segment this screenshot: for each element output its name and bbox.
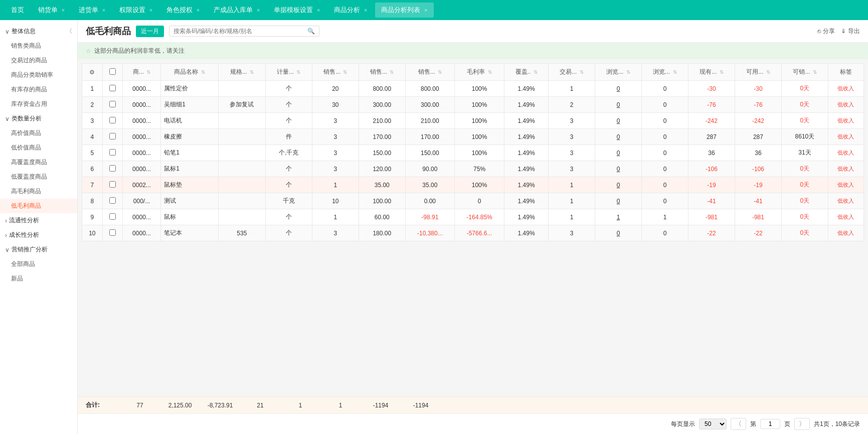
page-input[interactable] [760,419,780,429]
row-saleable: 0天 [781,97,828,113]
prev-page-button[interactable]: 〈 [731,418,746,430]
search-icon[interactable]: 🔍 [307,28,315,35]
close-icon[interactable]: × [197,7,200,13]
sidebar-item-new-products[interactable]: 新品 [0,271,77,286]
period-button[interactable]: 近一月 [136,26,164,37]
close-icon[interactable]: × [364,7,367,13]
col-saleable[interactable]: 可销... ⇅ [781,64,828,81]
col-checkbox[interactable] [102,64,122,81]
row-views1[interactable]: 0 [595,193,642,209]
col-unit[interactable]: 计量... ⇅ [265,64,312,81]
row-views1[interactable]: 0 [595,81,642,97]
col-sales-amount[interactable]: 销售... ⇅ [359,64,405,81]
col-available[interactable]: 可用... ⇅ [735,64,781,81]
sidebar-group-circulation[interactable]: › 流通性分析 [0,213,77,228]
sidebar-item-high-value[interactable]: 高价值商品 [0,126,77,140]
col-tag[interactable]: 标签 [828,64,863,81]
nav-home[interactable]: 首页 [5,3,30,18]
sidebar-item-high-coverage[interactable]: 高覆盖度商品 [0,155,77,170]
col-transactions[interactable]: 交易... ⇅ [549,64,595,81]
close-icon[interactable]: × [149,7,152,13]
row-views1[interactable]: 1 [595,209,642,225]
sidebar-item-low-coverage[interactable]: 低覆盖度商品 [0,170,77,184]
col-views1[interactable]: 浏览... ⇅ [595,64,642,81]
sidebar-item-category-rate[interactable]: 商品分类助销率 [0,68,77,82]
sidebar-item-traded-products[interactable]: 交易过的商品 [0,53,77,68]
share-button[interactable]: ⎋ 分享 [817,27,835,36]
collapse-icon[interactable]: 《 [66,27,72,36]
col-settings[interactable]: ⚙ [82,64,103,81]
row-checkbox[interactable] [102,161,122,177]
col-profit-rate[interactable]: 毛利率 ⇅ [454,64,504,81]
per-page-select[interactable]: 50 100 200 [699,418,727,429]
sidebar-group-quantity[interactable]: ∨ 类数量分析 [0,111,77,126]
sidebar-item-high-margin[interactable]: 高毛利商品 [0,184,77,199]
row-checkbox[interactable] [102,177,122,193]
sidebar-group-overall-label: 整体信息 [12,27,36,36]
sidebar-item-low-margin[interactable]: 低毛利商品 [0,199,77,213]
col-name[interactable]: 商品名称 ⇅ [161,64,219,81]
sidebar-item-sales-products[interactable]: 销售类商品 [0,39,77,53]
col-code[interactable]: 商... ⇅ [122,64,161,81]
row-sales-amount: 300.00 [359,97,405,113]
sidebar-item-stock-capital[interactable]: 库存资金占用 [0,97,77,111]
row-stock: -19 [688,177,735,193]
nav-product-analysis[interactable]: 商品分析 × [328,3,373,18]
row-checkbox[interactable] [102,81,122,97]
row-coverage: 1.49% [504,113,549,129]
row-sales-profit: -98.91 [405,209,454,225]
row-views1[interactable]: 0 [595,225,642,241]
settings-icon[interactable]: ⚙ [89,69,95,76]
close-icon[interactable]: × [62,7,65,13]
close-icon[interactable]: × [424,7,427,13]
row-spec [218,129,265,145]
close-icon[interactable]: × [257,7,260,13]
footer-stock: -1194 [361,402,401,409]
close-icon[interactable]: × [102,7,105,13]
row-unit: 个 [265,97,312,113]
row-checkbox[interactable] [102,145,122,161]
nav-role-auth[interactable]: 角色授权 × [160,3,206,18]
col-sales-qty[interactable]: 销售... ⇅ [312,64,359,81]
nav-permissions[interactable]: 权限设置 × [113,3,158,18]
close-icon[interactable]: × [317,7,320,13]
row-views1[interactable]: 0 [595,161,642,177]
sidebar-item-low-value[interactable]: 低价值商品 [0,140,77,155]
row-checkbox[interactable] [102,113,122,129]
row-tag: 低收入 [828,113,863,129]
sidebar-item-all-products[interactable]: 全部商品 [0,257,77,271]
nav-analysis-list[interactable]: 商品分析列表 × [375,3,433,18]
row-views1[interactable]: 0 [595,113,642,129]
row-checkbox[interactable] [102,209,122,225]
sidebar-item-stocked-products[interactable]: 有库存的商品 [0,82,77,97]
nav-purchase-order[interactable]: 进货单 × [73,3,111,18]
row-checkbox[interactable] [102,193,122,209]
row-checkbox[interactable] [102,225,122,241]
row-views1[interactable]: 0 [595,145,642,161]
sidebar-group-growth[interactable]: › 成长性分析 [0,228,77,242]
nav-sales-order[interactable]: 销货单 × [32,3,71,18]
col-spec[interactable]: 规格... ⇅ [218,64,265,81]
chevron-down-icon: ∨ [5,115,10,122]
nav-template-settings[interactable]: 单据模板设置 × [268,3,326,18]
table-footer: 合计: 77 2,125.00 -8,723.91 21 1 1 -1194 -… [78,396,868,413]
sidebar-group-marketing[interactable]: ∨ 营销推广分析 [0,242,77,257]
search-input[interactable] [173,28,304,35]
nav-product-entry[interactable]: 产成品入库单 × [208,3,266,18]
col-coverage[interactable]: 覆盖.. ⇅ [504,64,549,81]
row-checkbox[interactable] [102,129,122,145]
row-spec: 参加复试 [218,97,265,113]
sidebar-group-overall[interactable]: ∨ 整体信息 《 [0,24,77,39]
row-views1[interactable]: 0 [595,177,642,193]
table-row: 5 0000... 铅笔1 个,千克 3 150.00 150.00 100% … [82,145,864,161]
col-views2[interactable]: 浏览... ⇅ [641,64,688,81]
row-views1[interactable]: 0 [595,129,642,145]
select-all-checkbox[interactable] [109,68,116,75]
next-page-button[interactable]: 〉 [794,418,810,430]
export-button[interactable]: ⇓ 导出 [841,27,860,36]
col-stock[interactable]: 现有... ⇅ [688,64,735,81]
row-checkbox[interactable] [102,97,122,113]
row-sales-amount: 35.00 [359,177,405,193]
col-sales-profit[interactable]: 销售... ⇅ [405,64,454,81]
row-views1[interactable]: 0 [595,97,642,113]
